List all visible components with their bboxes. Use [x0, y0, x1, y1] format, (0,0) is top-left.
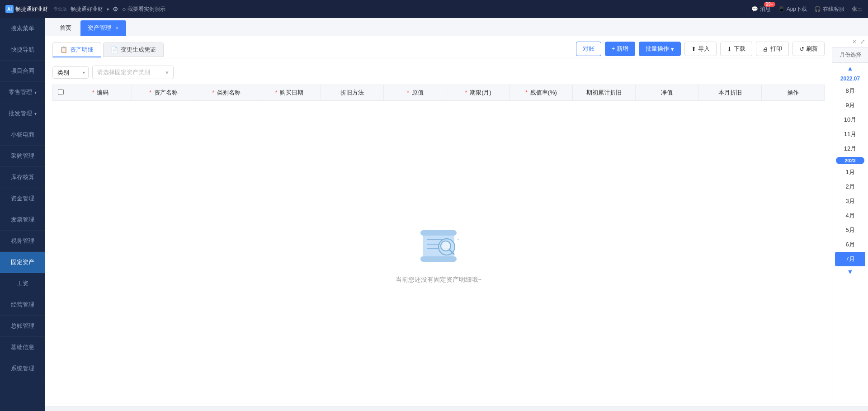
wholesale-arrow-icon: ▾ [34, 111, 37, 116]
month-item-6[interactable]: 6月 [832, 237, 868, 252]
top-bar: Ai 畅捷通好业财 专业版 畅捷通好业财 ▾ ⚙ ○ 我要看实例演示 💬 消息 … [0, 0, 868, 18]
month-item-12[interactable]: 12月 [832, 142, 868, 156]
print-button[interactable]: 🖨 打印 [756, 42, 789, 56]
reconcile-button[interactable]: 对账 [576, 42, 601, 56]
table-scroll-wrap: * 编码 * 资产名称 * 类别名称 [52, 85, 825, 101]
svg-rect-3 [420, 256, 457, 262]
download-icon: ⬇ [727, 46, 732, 52]
sidebar-item-system[interactable]: 系统管理 [0, 358, 45, 379]
sidebar-item-tax[interactable]: 税务管理 [0, 231, 45, 252]
month-item-9[interactable]: 9月 [832, 98, 868, 113]
sidebar-item-quick-nav[interactable]: 快捷导航 [0, 39, 45, 61]
empty-message: 当前您还没有固定资产明细哦~ [396, 276, 481, 284]
company-dropdown[interactable]: ▾ [107, 7, 109, 12]
demo-link[interactable]: ○ 我要看实例演示 [122, 5, 165, 13]
import-button[interactable]: ⬆ 导入 [684, 42, 717, 56]
select-all-checkbox[interactable] [58, 89, 64, 95]
category-input[interactable]: 请选择固定资产类别 ▾ [92, 66, 174, 79]
col-operation: 操作 [761, 85, 824, 101]
month-year-2023: 2023 [836, 157, 864, 164]
month-item-5[interactable]: 5月 [832, 223, 868, 237]
month-item-7[interactable]: 7月 [835, 252, 865, 266]
tab-close-icon[interactable]: × [116, 25, 119, 31]
sidebar-item-retail[interactable]: 零售管理 ▾ [0, 82, 45, 103]
tab-asset-management[interactable]: 资产管理 × [80, 20, 126, 36]
message-badge: 99+ [764, 2, 775, 7]
month-panel-close-icon[interactable]: × [853, 38, 856, 45]
month-year-label: 2022.07 [832, 74, 868, 84]
svg-text:✦: ✦ [451, 230, 456, 236]
sub-tab-change-voucher[interactable]: 📄 变更生成凭证 [103, 43, 164, 57]
download-button[interactable]: ⬇ 下载 [720, 42, 752, 56]
print-icon: 🖨 [763, 46, 769, 52]
tab-home[interactable]: 首页 [52, 20, 79, 36]
month-item-2[interactable]: 2月 [832, 180, 868, 194]
month-panel-title: 月份选择 [832, 47, 868, 63]
retail-arrow-icon: ▾ [34, 90, 37, 95]
sidebar-item-invoice[interactable]: 发票管理 [0, 209, 45, 231]
message-btn[interactable]: 💬 消息 99+ [751, 5, 771, 13]
message-icon: 💬 [751, 6, 758, 12]
category-select[interactable]: 类别 [52, 66, 89, 79]
sidebar-item-search[interactable]: 搜索菜单 [0, 18, 45, 39]
mobile-icon: 📱 [778, 6, 785, 12]
month-item-3[interactable]: 3月 [832, 194, 868, 208]
bottom-scrollbar[interactable] [45, 406, 868, 411]
month-panel-expand-icon[interactable]: ⤢ [860, 38, 865, 45]
toolbar: 对账 + 新增 批量操作 ▾ ⬆ 导入 [576, 42, 825, 56]
refresh-button[interactable]: ↺ 刷新 [793, 42, 825, 56]
content-area: 首页 资产管理 × 📋 资产明细 📄 变更生成凭证 [45, 18, 868, 411]
sidebar-item-operations[interactable]: 经营管理 [0, 294, 45, 316]
main-layout: 搜索菜单 快捷导航 项目合同 零售管理 ▾ 批发管理 ▾ 小畅电商 采购管理 库… [0, 18, 868, 411]
empty-illustration: ✦ ✦ [411, 223, 466, 269]
settings-icon[interactable]: ⚙ [113, 5, 118, 13]
doc-icon: 📄 [111, 47, 118, 53]
sidebar-item-inventory[interactable]: 库存核算 [0, 167, 45, 188]
month-item-1[interactable]: 1月 [832, 165, 868, 180]
sub-tab-asset-detail[interactable]: 📋 资产明细 [52, 43, 101, 57]
col-monthly-depreciation: 本月折旧 [698, 85, 761, 101]
month-item-8[interactable]: 8月 [832, 84, 868, 98]
app-version: 专业版 [53, 6, 67, 12]
col-net-value: 净值 [636, 85, 698, 101]
month-item-4[interactable]: 4月 [832, 208, 868, 223]
app-name: 畅捷通好业财 [15, 5, 48, 13]
sidebar-item-purchase[interactable]: 采购管理 [0, 146, 45, 167]
month-nav-down[interactable]: ▼ [832, 266, 868, 277]
sidebar-item-fixed-assets[interactable]: 固定资产 [0, 252, 45, 273]
col-depreciation: 折旧方法 [321, 85, 384, 101]
batch-arrow-icon: ▾ [671, 46, 674, 52]
empty-state: ✦ ✦ 当前您还没有固定资产明细哦~ [52, 106, 825, 401]
sidebar-item-ledger[interactable]: 总账管理 [0, 316, 45, 337]
user-info: 张三 [852, 5, 863, 13]
col-code: * 编码 [69, 85, 132, 101]
import-icon: ⬆ [691, 46, 696, 52]
svg-text:✦: ✦ [457, 237, 460, 241]
refresh-icon: ↺ [799, 46, 804, 52]
month-down-arrow-icon: ▼ [847, 268, 854, 275]
sidebar-item-wholesale[interactable]: 批发管理 ▾ [0, 103, 45, 124]
sidebar-item-salary[interactable]: 工资 [0, 273, 45, 294]
col-period: * 期限(月) [447, 85, 509, 101]
month-item-11[interactable]: 11月 [832, 127, 868, 142]
sidebar-item-basic[interactable]: 基础信息 [0, 337, 45, 358]
list-icon: 📋 [60, 46, 67, 53]
add-button[interactable]: + 新增 [605, 42, 635, 56]
month-item-10[interactable]: 10月 [832, 113, 868, 127]
online-service-btn[interactable]: 🎧 在线客服 [814, 5, 844, 13]
month-nav-up[interactable]: ▲ [832, 63, 868, 74]
sidebar-item-ecommerce[interactable]: 小畅电商 [0, 124, 45, 146]
top-bar-left: Ai 畅捷通好业财 专业版 畅捷通好业财 ▾ ⚙ ○ 我要看实例演示 [5, 5, 747, 13]
col-category: * 类别名称 [195, 85, 258, 101]
month-up-arrow-icon: ▲ [847, 65, 854, 72]
input-dropdown-icon: ▾ [165, 69, 169, 76]
sidebar-item-finance[interactable]: 资金管理 [0, 188, 45, 209]
col-residual-rate: * 残值率(%) [509, 85, 572, 101]
app-download-btn[interactable]: 📱 App下载 [778, 5, 807, 13]
top-bar-right: 💬 消息 99+ 📱 App下载 🎧 在线客服 张三 [751, 5, 863, 13]
batch-button[interactable]: 批量操作 ▾ [639, 42, 681, 56]
company-name: 畅捷通好业财 [71, 5, 103, 13]
app-brand: Ai 畅捷通好业财 [5, 5, 50, 13]
sidebar-item-project[interactable]: 项目合同 [0, 61, 45, 82]
page-content: 📋 资产明细 📄 变更生成凭证 对账 + 新增 [45, 36, 868, 406]
